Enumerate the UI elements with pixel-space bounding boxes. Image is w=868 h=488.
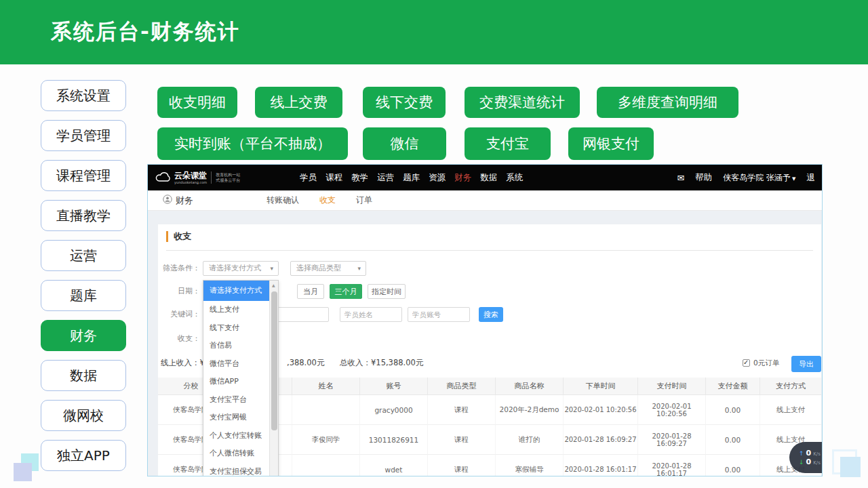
download-speed: ↓ 0 K/s — [799, 458, 823, 466]
zero-order-checkbox[interactable] — [743, 359, 750, 367]
filter-keyword-label: 关键词： — [158, 307, 200, 322]
date-current-month-button[interactable]: 当月 — [297, 284, 324, 299]
toolbar-btn-income-expense-detail[interactable]: 收支明细 — [157, 87, 237, 118]
dropdown-option[interactable]: 线上支付 — [203, 301, 278, 319]
sidebar-item-operations[interactable]: 运营 — [41, 240, 126, 271]
total-income: 总收入：¥15,388.00元 — [340, 357, 423, 368]
sidebar-item-system-settings[interactable]: 系统设置 — [41, 80, 126, 111]
admin-screenshot: 云朵课堂 yunduoketang.com 教育机构一站 式服务云平台 学员 课… — [147, 164, 823, 476]
admin-subnav: 财务 转账确认 收支 订单 — [148, 190, 822, 211]
decor-square-lavender — [14, 463, 32, 481]
sidebar-item-finance[interactable]: 财务 — [41, 320, 126, 351]
logo-divider — [211, 171, 212, 184]
admin-nav-operations[interactable]: 运营 — [377, 172, 394, 184]
pay-method-dropdown: 请选择支付方式 线上支付 线下支付 首信易 微信平台 微信APP 支付宝平台 支… — [203, 280, 279, 476]
toolbar-btn-realtime-settlement[interactable]: 实时到账（平台不抽成） — [157, 127, 348, 160]
panel-divider — [166, 250, 813, 251]
admin-topnav: 云朵课堂 yunduoketang.com 教育机构一站 式服务云平台 学员 课… — [148, 165, 822, 190]
dropdown-scroll-thumb[interactable] — [271, 291, 277, 430]
admin-nav-students[interactable]: 学员 — [300, 172, 317, 184]
search-button[interactable]: 搜索 — [479, 307, 503, 322]
sidebar-item-question-bank[interactable]: 题库 — [41, 280, 126, 311]
brand-logo[interactable]: 云朵课堂 yunduoketang.com 教育机构一站 式服务云平台 — [155, 171, 240, 185]
download-arrow-icon: ↓ — [799, 460, 804, 466]
toolbar-btn-multi-dimension-query[interactable]: 多维度查询明细 — [597, 87, 738, 118]
sidebar-item-standalone-app[interactable]: 独立APP — [41, 440, 126, 471]
mail-icon[interactable]: ✉ — [677, 173, 684, 183]
col-order-time: 下单时间 — [564, 378, 638, 395]
col-pay-time: 支付时间 — [638, 378, 706, 395]
subnav-tabs: 转账确认 收支 订单 — [267, 193, 372, 207]
toolbar-btn-netbank-payment[interactable]: 网银支付 — [568, 127, 654, 160]
panel-title: 收支 — [166, 231, 191, 242]
sidebar-item-micro-school[interactable]: 微网校 — [41, 400, 126, 431]
brand-tagline: 教育机构一站 式服务云平台 — [216, 172, 240, 183]
admin-content: 收支 筛选条件： 请选择支付方式 选择商品类型 日期： 当月 三个月 指定时间 … — [148, 211, 822, 476]
logout-link[interactable]: 退 — [807, 172, 816, 184]
admin-nav-teaching[interactable]: 教学 — [351, 172, 368, 184]
dropdown-option[interactable]: 微信平台 — [203, 355, 278, 373]
sidebar-item-data[interactable]: 数据 — [41, 360, 126, 391]
page-title: 系统后台-财务统计 — [51, 18, 240, 46]
tab-transfer-confirm[interactable]: 转账确认 — [267, 195, 299, 209]
admin-nav-finance[interactable]: 财务 — [454, 172, 471, 184]
finance-person-icon — [163, 195, 172, 206]
help-link[interactable]: 帮助 — [695, 172, 712, 184]
admin-nav-right: ✉ 帮助 侠客岛学院 张涵予▼ 退 — [677, 172, 822, 184]
admin-nav-courses[interactable]: 课程 — [326, 172, 342, 184]
cloud-logo-icon — [155, 171, 172, 185]
col-product-name: 商品名称 — [496, 378, 564, 395]
online-income-tail: ,388.00元 — [287, 357, 324, 368]
admin-nav-question-bank[interactable]: 题库 — [403, 172, 420, 184]
brand-name-block: 云朵课堂 yunduoketang.com — [174, 171, 207, 184]
sidebar-item-student-management[interactable]: 学员管理 — [41, 120, 126, 151]
student-name-input[interactable] — [340, 307, 402, 322]
dropdown-option[interactable]: 支付宝平台 — [203, 391, 278, 409]
filter-condition-label: 筛选条件： — [158, 261, 200, 276]
online-income-label: 线上收入：¥ — [161, 357, 205, 368]
toolbar-btn-wechat[interactable]: 微信 — [363, 127, 446, 160]
dropdown-option[interactable]: 线下支付 — [203, 319, 278, 338]
sidebar: 系统设置 学员管理 课程管理 直播教学 运营 题库 财务 数据 微网校 独立AP… — [41, 80, 126, 471]
sidebar-item-course-management[interactable]: 课程管理 — [41, 160, 126, 191]
admin-nav-resources[interactable]: 资源 — [429, 172, 446, 184]
col-pay-amount: 支付金额 — [706, 378, 760, 395]
account-menu[interactable]: 侠客岛学院 张涵予▼ — [723, 172, 795, 184]
dropdown-option[interactable]: 首信易 — [203, 337, 278, 355]
pay-method-select[interactable]: 请选择支付方式 — [203, 261, 279, 276]
col-account: 账号 — [360, 378, 428, 395]
admin-nav-system[interactable]: 系统 — [506, 172, 523, 184]
dropdown-option[interactable]: 微信APP — [203, 373, 278, 391]
tab-income-expense[interactable]: 收支 — [319, 195, 336, 209]
module-label: 财务 — [163, 195, 193, 207]
brand-name: 云朵课堂 — [174, 171, 207, 180]
network-speed-widget: ↑ 0 K/s ↓ 0 K/s — [789, 442, 823, 473]
page: 系统后台-财务统计 系统设置 学员管理 课程管理 直播教学 运营 题库 财务 数… — [0, 0, 868, 488]
toolbar-btn-payment-channel-stats[interactable]: 交费渠道统计 — [465, 87, 580, 118]
admin-nav-data[interactable]: 数据 — [480, 172, 497, 184]
dropdown-scrollbar[interactable] — [269, 281, 278, 476]
date-custom-range-button[interactable]: 指定时间 — [368, 284, 406, 299]
col-pay-method: 支付方式 — [760, 378, 821, 395]
toolbar-btn-online-payment[interactable]: 线上交费 — [255, 87, 342, 118]
col-name: 姓名 — [292, 378, 360, 395]
tab-orders[interactable]: 订单 — [356, 195, 372, 209]
chevron-down-icon: ▼ — [792, 176, 795, 182]
income-expense-panel: 收支 筛选条件： 请选择支付方式 选择商品类型 日期： 当月 三个月 指定时间 … — [158, 224, 821, 476]
product-type-select[interactable]: 选择商品类型 — [290, 261, 366, 276]
student-account-input[interactable] — [408, 307, 470, 322]
filter-inout-label: 收支： — [158, 331, 200, 346]
export-button[interactable]: 导出 — [791, 356, 821, 372]
dropdown-option[interactable]: 请选择支付方式 — [203, 281, 278, 301]
upload-arrow-icon: ↑ — [799, 451, 804, 457]
admin-nav-items: 学员 课程 教学 运营 题库 资源 财务 数据 系统 — [300, 172, 523, 184]
dropdown-option[interactable]: 支付宝网银 — [203, 409, 278, 427]
dropdown-option[interactable]: 支付宝担保交易 — [203, 463, 278, 477]
account-name: 侠客岛学院 张涵予 — [723, 173, 791, 182]
date-three-months-button[interactable]: 三个月 — [330, 284, 362, 299]
toolbar-btn-alipay[interactable]: 支付宝 — [465, 127, 551, 160]
dropdown-option[interactable]: 个人支付宝转账 — [203, 427, 278, 445]
dropdown-option[interactable]: 个人微信转账 — [203, 445, 278, 463]
toolbar-btn-offline-payment[interactable]: 线下交费 — [363, 87, 446, 118]
sidebar-item-live-teaching[interactable]: 直播教学 — [41, 200, 126, 231]
